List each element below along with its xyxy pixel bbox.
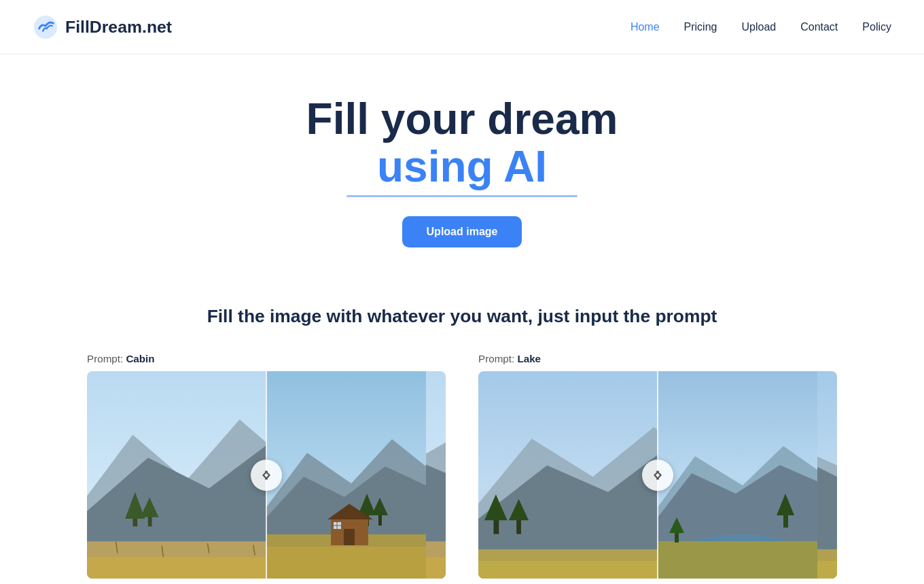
nav-link-upload[interactable]: Upload — [741, 21, 776, 33]
gallery-prompt-cabin: Prompt: Cabin — [87, 353, 155, 364]
lake-after-panel — [658, 371, 837, 579]
nav-link-pricing[interactable]: Pricing — [684, 21, 717, 33]
comparison-handle-lake[interactable] — [642, 460, 673, 491]
nav-link-contact[interactable]: Contact — [800, 21, 838, 33]
gallery-item-cabin: Prompt: Cabin — [87, 353, 446, 579]
brand-name: FillDream.net — [65, 18, 172, 37]
brand-link[interactable]: FillDream.net — [33, 14, 172, 40]
section-subtitle: Fill the image with whatever you want, j… — [16, 305, 908, 329]
nav-links: Home Pricing Upload Contact Policy — [630, 21, 891, 33]
gallery-prompt-lake: Prompt: Lake — [478, 353, 541, 364]
hero-title-line1: Fill your dream — [16, 95, 908, 143]
nav-link-home[interactable]: Home — [630, 21, 660, 33]
hero-section: Fill your dream using AI Upload image — [0, 54, 924, 275]
gallery: Prompt: Cabin — [54, 353, 870, 584]
gallery-item-lake: Prompt: Lake — [478, 353, 837, 579]
navbar: FillDream.net Home Pricing Upload Contac… — [0, 0, 924, 54]
cabin-after-panel — [266, 371, 446, 579]
svg-rect-22 — [266, 547, 426, 579]
comparison-cabin — [87, 371, 446, 579]
svg-rect-47 — [658, 541, 817, 579]
svg-rect-25 — [344, 529, 355, 545]
nav-link-policy[interactable]: Policy — [862, 21, 891, 33]
comparison-lake — [478, 371, 837, 579]
comparison-handle-cabin[interactable] — [251, 460, 282, 491]
upload-image-button[interactable]: Upload image — [402, 216, 522, 247]
hero-title-line2: using AI — [16, 143, 908, 196]
svg-point-0 — [34, 15, 57, 38]
brand-logo-icon — [33, 14, 58, 40]
